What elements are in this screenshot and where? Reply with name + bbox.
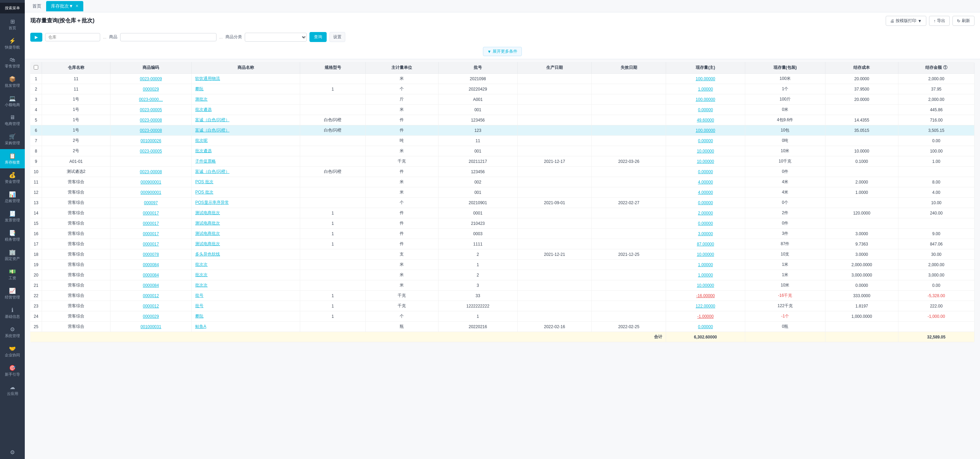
row-qty-main[interactable]: 0.00000 (666, 218, 745, 229)
row-code[interactable]: 0023-00008 (110, 115, 192, 125)
row-code[interactable]: 0000084 (110, 280, 192, 291)
row-name[interactable]: 富诚（白色/闪橙） (192, 167, 300, 177)
sidebar-item-tax[interactable]: 📑 税务管理 (0, 226, 25, 245)
tab-home[interactable]: 首页 (27, 1, 46, 11)
row-name[interactable]: 批次次 (192, 280, 300, 291)
row-qty-main[interactable]: 87.00000 (666, 239, 745, 249)
row-code[interactable]: 000097 (110, 198, 192, 208)
sidebar-item-collab[interactable]: 🤝 企业协同 (0, 342, 25, 361)
row-name[interactable]: 测试电商批次 (192, 239, 300, 249)
row-qty-main[interactable]: 4.00000 (666, 177, 745, 187)
select-all-checkbox[interactable] (34, 65, 38, 70)
row-name[interactable]: 批次遴选 (192, 105, 300, 115)
row-qty-main[interactable]: 10.00000 (666, 146, 745, 156)
row-qty-main[interactable]: 0.00000 (666, 105, 745, 115)
row-name[interactable]: POS 批次 (192, 177, 300, 187)
row-name[interactable]: 攀阮 (192, 311, 300, 322)
sidebar-item-invoice[interactable]: 🧾 发票管理 (0, 207, 25, 226)
row-name[interactable]: 鲑鱼A (192, 322, 300, 332)
row-name[interactable]: 多头异色软线 (192, 249, 300, 260)
sidebar-item-fixed-assets[interactable]: 🏢 固定资产 (0, 245, 25, 265)
row-code[interactable]: 001000031 (110, 322, 192, 332)
row-code[interactable]: 0000012 (110, 291, 192, 301)
row-name[interactable]: 批次遴选 (192, 146, 300, 156)
refresh-button[interactable]: ↻ 刷新 (953, 16, 975, 26)
row-name[interactable]: POS显示率序异常 (192, 198, 300, 208)
row-code[interactable]: 0000012 (110, 301, 192, 311)
sidebar-item-inventory[interactable]: 📋 库存核查 (0, 149, 25, 168)
row-qty-main[interactable]: -16.00000 (666, 291, 745, 301)
row-code[interactable]: 0023-0000… (110, 94, 192, 105)
row-name[interactable]: 子件促票略 (192, 156, 300, 167)
sidebar-settings-icon[interactable]: ⚙ (0, 446, 25, 459)
row-code[interactable]: 0000017 (110, 229, 192, 239)
row-qty-main[interactable]: 2.00000 (666, 208, 745, 218)
row-code[interactable]: 0000017 (110, 239, 192, 249)
row-name[interactable]: 批次呢 (192, 135, 300, 146)
row-name[interactable]: 攀阮 (192, 84, 300, 94)
expand-filter-btn[interactable]: ▶ (30, 33, 42, 41)
export-button[interactable]: ↑ 导出 (929, 16, 950, 26)
sidebar-item-ecom[interactable]: 🖥 电商管理 (0, 111, 25, 130)
row-name[interactable]: 测批次 (192, 94, 300, 105)
row-qty-main[interactable]: 49.60000 (666, 115, 745, 125)
sidebar-item-small-ecom[interactable]: 💻 小额电商 (0, 92, 25, 111)
row-qty-main[interactable]: 10.00000 (666, 156, 745, 167)
row-qty-main[interactable]: 100.00000 (666, 125, 745, 135)
row-code[interactable]: 0000084 (110, 270, 192, 280)
row-qty-main[interactable]: 10.00000 (666, 249, 745, 260)
tab-close-icon[interactable]: ✕ (75, 4, 78, 8)
print-button[interactable]: 🖨 按模版打印 ▼ (886, 16, 926, 26)
row-code[interactable]: 000900001 (110, 177, 192, 187)
row-code[interactable]: 0000017 (110, 218, 192, 229)
row-code[interactable]: 0023-00009 (110, 74, 192, 84)
goods-input[interactable] (120, 33, 216, 41)
sidebar-item-ledger[interactable]: 📊 总账管理 (0, 188, 25, 207)
tab-inventory-batch[interactable]: 库存批次▼ ✕ (46, 1, 83, 11)
settings-button[interactable]: 设置 (329, 32, 345, 42)
row-code[interactable]: 0000017 (110, 208, 192, 218)
row-code[interactable]: 000900001 (110, 187, 192, 198)
row-code[interactable]: 0000078 (110, 249, 192, 260)
row-code[interactable]: 0023-00008 (110, 167, 192, 177)
row-name[interactable]: POS 批次 (192, 187, 300, 198)
row-qty-main[interactable]: 0.00000 (666, 198, 745, 208)
sidebar-item-finance[interactable]: 💰 资金管理 (0, 168, 25, 188)
row-code[interactable]: 0023-00008 (110, 125, 192, 135)
row-qty-main[interactable]: -1.00000 (666, 311, 745, 322)
row-name[interactable]: 测试电商批次 (192, 229, 300, 239)
row-qty-main[interactable]: 10.00000 (666, 280, 745, 291)
row-qty-main[interactable]: 3.00000 (666, 229, 745, 239)
row-code[interactable]: 0023-00005 (110, 146, 192, 156)
row-qty-main[interactable]: 122.00000 (666, 301, 745, 311)
row-name[interactable]: 测试电商批次 (192, 218, 300, 229)
sidebar-item-salary[interactable]: 💵 工资 (0, 265, 25, 284)
row-name[interactable]: 批号 (192, 301, 300, 311)
sidebar-item-system[interactable]: ⚙ 系统管理 (0, 323, 25, 342)
sidebar-search[interactable]: 搜索菜单 (0, 3, 25, 13)
category-select[interactable] (245, 33, 307, 41)
row-qty-main[interactable]: 100.00000 (666, 74, 745, 84)
sidebar-item-cloud[interactable]: ☁ 云应用 (0, 381, 25, 400)
sidebar-item-quick-nav[interactable]: ⚡ 快捷导航 (0, 34, 25, 53)
row-code[interactable]: 0023-00005 (110, 105, 192, 115)
sidebar-item-wholesale[interactable]: 📦 批发管理 (0, 72, 25, 92)
sidebar-item-operations[interactable]: 📈 经营管理 (0, 284, 25, 303)
sidebar-item-retail[interactable]: 🛍 零售管理 (0, 53, 25, 72)
row-code[interactable] (110, 156, 192, 167)
row-name[interactable]: 软饮通用物流 (192, 74, 300, 84)
expand-more-conditions-btn[interactable]: ▼ 展开更多条件 (483, 47, 522, 56)
row-name[interactable]: 测试电商批次 (192, 208, 300, 218)
row-name[interactable]: 批号 (192, 291, 300, 301)
row-qty-main[interactable]: 1.00000 (666, 84, 745, 94)
row-name[interactable]: 富诚（白色/闪橙） (192, 115, 300, 125)
sidebar-item-basic-info[interactable]: ℹ 基础信息 (0, 303, 25, 323)
row-qty-main[interactable]: 1.00000 (666, 270, 745, 280)
sidebar-item-guide[interactable]: 🎯 新手引导 (0, 361, 25, 381)
row-qty-main[interactable]: 0.00000 (666, 135, 745, 146)
row-qty-main[interactable]: 100.00000 (666, 94, 745, 105)
row-code[interactable]: 0000084 (110, 260, 192, 270)
sidebar-item-purchase[interactable]: 🛒 采购管理 (0, 130, 25, 149)
row-name[interactable]: 富诚（白色/闪橙） (192, 125, 300, 135)
row-name[interactable]: 批次次 (192, 270, 300, 280)
